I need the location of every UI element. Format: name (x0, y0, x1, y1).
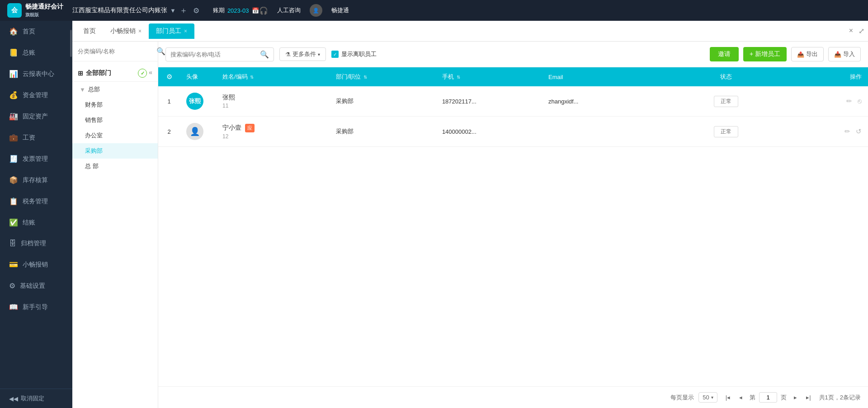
sidebar-item-capital[interactable]: 💰 资金管理 (0, 84, 72, 106)
period-value[interactable]: 2023-03 (227, 7, 249, 14)
filter-button[interactable]: ⚗ 更多条件 ▾ (279, 47, 326, 61)
row2-delete-icon[interactable]: ↺ (856, 127, 862, 136)
sidebar-item-expense[interactable]: 💳 小畅报销 (0, 254, 72, 275)
expand-tab-icon[interactable]: ⤢ (859, 27, 864, 35)
sidebar-item-salary[interactable]: 💼 工资 (0, 127, 72, 148)
page-label: 页 (781, 394, 787, 402)
export-button[interactable]: 📤 导出 (791, 47, 824, 61)
th-avatar: 头像 (180, 67, 216, 86)
dept-item-hq[interactable]: ▼ 总部 (72, 82, 158, 97)
search-icon[interactable]: 🔍 (260, 50, 269, 59)
dept-general-label: 总 部 (85, 162, 99, 170)
tab-expense-close[interactable]: × (138, 28, 142, 34)
th-dept[interactable]: 部门/职位 ⇅ (330, 67, 436, 86)
th-phone[interactable]: 手机 ⇅ (436, 67, 542, 86)
sidebar-item-settings[interactable]: ⚙ 基础设置 (0, 275, 72, 296)
company-name[interactable]: 江西服宝精品有限责任公司内账张 (72, 6, 167, 14)
dept-office-label: 办公室 (85, 131, 103, 140)
row1-more-icon[interactable]: ⎋ (858, 97, 862, 105)
per-page-select[interactable]: 50 ▾ (698, 392, 717, 403)
tab-home[interactable]: 首页 (76, 23, 103, 39)
sidebar-label-capital: 资金管理 (23, 91, 48, 99)
next-page-button[interactable]: ▸ (790, 392, 801, 403)
employee-toolbar: 🔍 ⚗ 更多条件 ▾ ✓ 显示离职员工 邀请 + 新增员工 (158, 42, 868, 67)
per-page-label: 每页显示 (670, 394, 694, 402)
phone-sort-icon[interactable]: ⇅ (457, 75, 460, 80)
sidebar-item-invoice[interactable]: 🧾 发票管理 (0, 148, 72, 169)
row1-avatar: 张熙 (186, 93, 203, 110)
invite-button[interactable]: 邀请 (710, 47, 739, 61)
close-tab-icon[interactable]: × (849, 27, 853, 35)
sidebar-item-reports[interactable]: 📊 云报表中心 (0, 63, 72, 84)
sidebar-item-ledger[interactable]: 📒 总账 (0, 42, 72, 63)
salary-icon: 💼 (9, 133, 18, 142)
row2-status-cell: 正常 (670, 117, 783, 147)
tab-employees-close[interactable]: × (184, 28, 187, 34)
th-settings[interactable]: ⚙ (158, 67, 180, 86)
inventory-icon: 📦 (9, 176, 18, 184)
archive-icon: 🗄 (9, 239, 16, 248)
dept-item-purchase[interactable]: 采购部 (72, 143, 158, 159)
sidebar-item-assets[interactable]: 🏭 固定资产 (0, 106, 72, 127)
dept-purchase-label: 采购部 (85, 147, 103, 155)
row1-status-badge: 正常 (714, 96, 738, 107)
tab-employees[interactable]: 部门员工 × (149, 23, 194, 39)
sidebar-item-guide[interactable]: 📖 新手引导 (0, 296, 72, 318)
settings-icon[interactable]: ⚙ (193, 6, 199, 15)
dept-panel: 🔍 ⊞ 全部部门 ✓ « (72, 42, 158, 408)
logo-area: 会 畅捷通好会计 旗舰版 (7, 3, 63, 18)
dept-all-button[interactable]: ⊞ 全部部门 ✓ « (72, 65, 158, 82)
th-phone-label: 手机 (442, 73, 454, 80)
app-title: 畅捷通好会计 (25, 3, 63, 11)
dept-search-input[interactable] (78, 48, 154, 55)
per-page-value: 50 (703, 394, 709, 401)
username: 畅捷通 (331, 6, 349, 14)
add-company-button[interactable]: ＋ (179, 5, 188, 16)
row1-phone: 187202117... (436, 86, 542, 117)
table-row: 1 张熙 张熙 11 采购部 (158, 86, 868, 117)
company-dropdown-icon[interactable]: ▼ (170, 7, 176, 14)
dept-sort-icon[interactable]: ⇅ (363, 75, 367, 80)
import-button[interactable]: 📥 导入 (828, 47, 861, 61)
show-resigned-area[interactable]: ✓ 显示离职员工 (331, 50, 377, 58)
add-employee-button[interactable]: + 新增员工 (743, 47, 787, 61)
page-number-input[interactable] (759, 392, 777, 403)
row1-edit-icon[interactable]: ✏ (846, 97, 852, 105)
dept-item-sales[interactable]: 销售部 (72, 113, 158, 128)
row2-edit-icon[interactable]: ✏ (844, 127, 850, 136)
employee-panel: 🔍 ⚗ 更多条件 ▾ ✓ 显示离职员工 邀请 + 新增员工 (158, 42, 868, 408)
sidebar-item-tax[interactable]: 📋 税务管理 (0, 191, 72, 212)
employee-search-input[interactable] (170, 51, 257, 58)
show-resigned-label: 显示离职员工 (341, 50, 377, 58)
sidebar-label-inventory: 库存核算 (23, 176, 48, 184)
last-page-button[interactable]: ▸| (802, 392, 814, 403)
collapse-icon[interactable]: « (149, 69, 152, 78)
sidebar-item-inventory[interactable]: 📦 库存核算 (0, 169, 72, 191)
cancel-pin-button[interactable]: ◀◀ 取消固定 (0, 389, 72, 408)
dept-item-finance[interactable]: 财务部 (72, 97, 158, 113)
sidebar-item-archive[interactable]: 🗄 归档管理 (0, 233, 72, 254)
column-settings-icon[interactable]: ⚙ (166, 73, 172, 80)
table-row: 2 👤 宁小壹 应 (158, 117, 868, 147)
sidebar-label-invoice: 发票管理 (23, 155, 48, 163)
per-page-arrow: ▾ (711, 395, 713, 400)
dept-item-general[interactable]: 总 部 (72, 159, 158, 174)
tab-expense-label: 小畅报销 (110, 27, 136, 35)
basic-settings-icon: ⚙ (9, 281, 15, 290)
th-status-label: 状态 (720, 73, 732, 80)
dept-item-office[interactable]: 办公室 (72, 128, 158, 143)
calendar-icon[interactable]: 📅 (252, 7, 259, 14)
sidebar-item-checkout[interactable]: ✅ 结账 (0, 212, 72, 233)
sidebar-item-home[interactable]: 🏠 首页 (0, 21, 72, 42)
tab-expense[interactable]: 小畅报销 × (103, 23, 149, 39)
first-page-button[interactable]: |◂ (722, 392, 734, 403)
name-sort-icon[interactable]: ⇅ (250, 75, 254, 80)
service-label[interactable]: 人工咨询 (277, 6, 301, 14)
row2-avatar: 👤 (186, 123, 203, 140)
capital-icon: 💰 (9, 91, 18, 99)
show-resigned-checkbox[interactable]: ✓ (331, 51, 339, 58)
prev-page-button[interactable]: ◂ (736, 392, 746, 403)
dept-sales-label: 销售部 (85, 116, 103, 124)
th-name[interactable]: 姓名/编码 ⇅ (216, 67, 330, 86)
cancel-pin-label: 取消固定 (21, 394, 44, 403)
